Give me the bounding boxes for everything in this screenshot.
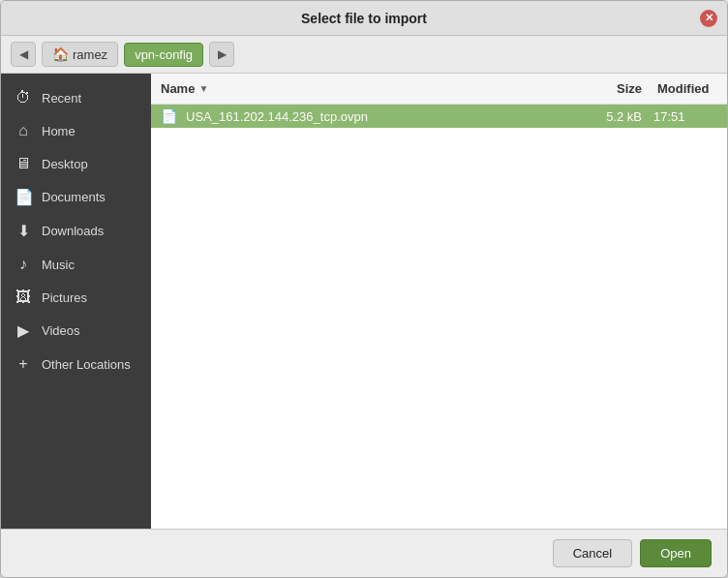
sidebar-label-pictures: Pictures — [42, 290, 87, 305]
sidebar-label-desktop: Desktop — [42, 157, 88, 171]
back-button[interactable]: ◀ — [11, 42, 36, 67]
close-button[interactable]: ✕ — [700, 10, 717, 27]
downloads-icon: ⬇ — [15, 222, 32, 240]
sidebar-label-music: Music — [42, 258, 75, 272]
breadcrumb-ramez[interactable]: 🏠 ramez — [42, 42, 118, 67]
breadcrumb-ramez-label: ramez — [73, 47, 107, 62]
column-size[interactable]: Size — [582, 77, 650, 100]
pictures-icon: 🖼 — [15, 289, 32, 306]
sidebar-item-downloads[interactable]: ⬇ Downloads — [1, 214, 151, 248]
sidebar-item-other-locations[interactable]: + Other Locations — [1, 348, 151, 380]
file-header: Name ▼ Size Modified — [151, 74, 727, 105]
toolbar: ◀ 🏠 ramez vpn-config ▶ — [1, 36, 727, 74]
column-name-label: Name — [161, 81, 195, 96]
column-modified[interactable]: Modified — [650, 77, 727, 100]
sidebar-item-desktop[interactable]: 🖥 Desktop — [1, 147, 151, 180]
title-bar: Select file to import ✕ — [1, 1, 727, 36]
forward-button[interactable]: ▶ — [209, 42, 234, 67]
sidebar-label-other-locations: Other Locations — [42, 357, 131, 372]
file-area: Name ▼ Size Modified 📄 USA_161.202.144.2… — [151, 74, 727, 529]
file-size: 5.2 kB — [582, 109, 650, 124]
sidebar-item-videos[interactable]: ▶ Videos — [1, 314, 151, 348]
cancel-button[interactable]: Cancel — [553, 539, 632, 567]
sidebar: ⏱ Recent ⌂ Home 🖥 Desktop 📄 Documents ⬇ … — [1, 74, 151, 529]
recent-icon: ⏱ — [15, 89, 32, 106]
desktop-icon: 🖥 — [15, 155, 32, 172]
breadcrumb-vpn-config[interactable]: vpn-config — [124, 43, 203, 67]
sidebar-label-videos: Videos — [42, 323, 80, 338]
videos-icon: ▶ — [15, 321, 32, 340]
documents-icon: 📄 — [15, 188, 32, 206]
sidebar-label-documents: Documents — [42, 190, 106, 204]
open-button[interactable]: Open — [640, 539, 712, 567]
sidebar-item-music[interactable]: ♪ Music — [1, 248, 151, 281]
other-locations-icon: + — [15, 355, 32, 373]
sidebar-item-home[interactable]: ⌂ Home — [1, 114, 151, 147]
music-icon: ♪ — [15, 256, 32, 273]
bottom-bar: Cancel Open — [1, 529, 727, 577]
home-sidebar-icon: ⌂ — [15, 122, 32, 139]
file-modified: 17:51 — [650, 109, 727, 124]
home-icon: 🏠 — [52, 46, 69, 62]
sidebar-label-downloads: Downloads — [42, 224, 104, 238]
file-name: USA_161.202.144.236_tcp.ovpn — [186, 109, 582, 124]
main-content: ⏱ Recent ⌂ Home 🖥 Desktop 📄 Documents ⬇ … — [1, 74, 727, 529]
table-row[interactable]: 📄 USA_161.202.144.236_tcp.ovpn 5.2 kB 17… — [151, 105, 727, 128]
sidebar-item-recent[interactable]: ⏱ Recent — [1, 81, 151, 114]
sidebar-label-recent: Recent — [42, 91, 81, 106]
sidebar-item-documents[interactable]: 📄 Documents — [1, 180, 151, 214]
breadcrumb-vpn-label: vpn-config — [135, 47, 193, 62]
sidebar-item-pictures[interactable]: 🖼 Pictures — [1, 281, 151, 314]
sort-icon: ▼ — [198, 83, 208, 94]
file-type-icon: 📄 — [161, 108, 180, 124]
dialog: Select file to import ✕ ◀ 🏠 ramez vpn-co… — [0, 0, 728, 578]
dialog-title: Select file to import — [301, 11, 427, 26]
file-list: 📄 USA_161.202.144.236_tcp.ovpn 5.2 kB 17… — [151, 105, 727, 529]
sidebar-label-home: Home — [42, 124, 76, 138]
column-name[interactable]: Name ▼ — [151, 77, 582, 100]
